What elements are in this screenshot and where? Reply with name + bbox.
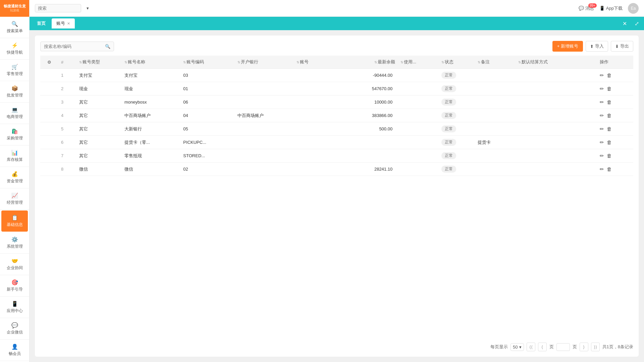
sidebar-item-system[interactable]: ⚙️ 系统管理: [0, 232, 29, 254]
tab-close-all-button[interactable]: ✕: [620, 19, 629, 28]
row-op-2: ✏ 🗑: [597, 96, 633, 109]
account-search-box[interactable]: 🔍: [40, 42, 114, 51]
col-code-header[interactable]: ⇅账号编码: [180, 56, 235, 69]
edit-button-6[interactable]: ✏: [600, 153, 604, 159]
sidebar-item-search-menu[interactable]: 🔍 搜索菜单: [0, 17, 29, 38]
topbar-search-input[interactable]: [38, 6, 78, 11]
tab-close-icon[interactable]: ✕: [67, 21, 70, 26]
col-balance-header[interactable]: ⇅最新余额: [343, 56, 398, 69]
edit-button-1[interactable]: ✏: [600, 86, 604, 92]
col-account-header[interactable]: ⇅账号: [294, 56, 343, 69]
delete-button-7[interactable]: 🗑: [607, 166, 612, 172]
page-of-label: 页: [573, 344, 577, 350]
row-settings-4: [40, 122, 58, 136]
sidebar-item-new-guide[interactable]: 🎯 新手引导: [0, 275, 29, 297]
row-remark-5: 提货卡: [475, 136, 516, 149]
table-row: 4 其它 中百商场账户 04 中百商场账户 383866.00 正常 ✏ 🗑: [40, 109, 633, 122]
sidebar-item-quick-nav[interactable]: ⚡ 快捷导航: [0, 38, 29, 60]
col-remark-header[interactable]: ⇅备注: [475, 56, 516, 69]
row-remark-4: [475, 122, 516, 136]
edit-button-4[interactable]: ✏: [600, 126, 604, 132]
avatar-initials: Ea: [631, 6, 636, 11]
tab-maximize-button[interactable]: ⤢: [632, 19, 641, 28]
sidebar-item-finance[interactable]: 💰 资金管理: [0, 167, 29, 188]
sidebar-item-basic-info[interactable]: 📋 基础信息: [1, 210, 28, 232]
sidebar-item-member[interactable]: 👤 畅会员: [0, 340, 29, 361]
row-op-7: ✏ 🗑: [597, 163, 633, 176]
col-name-header[interactable]: ⇅账号名称: [122, 56, 180, 69]
col-status-header[interactable]: ⇅状态: [439, 56, 475, 69]
col-bank-header[interactable]: ⇅开户银行: [235, 56, 293, 69]
tab-home[interactable]: 首页: [32, 18, 50, 28]
row-remark-7: [475, 163, 516, 176]
edit-button-3[interactable]: ✏: [600, 113, 604, 119]
delete-button-2[interactable]: 🗑: [607, 99, 612, 105]
topbar-dropdown[interactable]: ▾: [87, 6, 89, 11]
row-bank-4: [235, 122, 293, 136]
sidebar-item-enterprise-agreement[interactable]: 🤝 企业协同: [0, 254, 29, 275]
sidebar-item-operations[interactable]: 📈 经营管理: [0, 188, 29, 210]
delete-button-4[interactable]: 🗑: [607, 126, 612, 132]
row-op-1: ✏ 🗑: [597, 82, 633, 96]
table-row: 3 其它 moneybosx 06 10000.00 正常 ✏ 🗑: [40, 96, 633, 109]
col-type-header[interactable]: ⇅账号类型: [76, 56, 122, 69]
edit-button-0[interactable]: ✏: [600, 72, 604, 78]
row-settle-0: [516, 69, 597, 82]
delete-button-5[interactable]: 🗑: [607, 139, 612, 145]
tab-home-label: 首页: [37, 20, 46, 26]
import-button[interactable]: ⬆ 导入: [586, 41, 608, 52]
sort-arrows-name: ⇅: [124, 60, 127, 64]
download-icon: 📱: [599, 6, 605, 11]
avatar[interactable]: Ea: [628, 3, 639, 14]
row-type-7: 微信: [76, 163, 122, 176]
toolbar: 🔍 + 新增账号 ⬆ 导入 ⬇ 导出: [40, 41, 633, 52]
logo-text: 畅捷通财生意: [4, 4, 26, 8]
tab-account[interactable]: 账号 ✕: [52, 18, 75, 28]
delete-button-0[interactable]: 🗑: [607, 72, 612, 78]
edit-button-7[interactable]: ✏: [600, 166, 604, 172]
col-settings[interactable]: ⚙: [40, 56, 58, 69]
row-status-4: 正常: [439, 122, 475, 136]
row-status-3: 正常: [439, 109, 475, 122]
sidebar-item-enterprise-wechat[interactable]: 💬 企业微信: [0, 318, 29, 340]
search-icon[interactable]: 🔍: [105, 44, 110, 49]
edit-button-5[interactable]: ✏: [600, 139, 604, 145]
sidebar: 畅捷通财生意 玩游戏 🔍 搜索菜单 ⚡ 快捷导航 🛒 零售管理 📦 批发管理 💻…: [0, 0, 30, 362]
delete-button-6[interactable]: 🗑: [607, 153, 612, 159]
delete-button-3[interactable]: 🗑: [607, 113, 612, 118]
col-use-header[interactable]: ⇅使用...: [398, 56, 438, 69]
row-account-2: [294, 96, 343, 109]
edit-button-2[interactable]: ✏: [600, 99, 604, 105]
row-settings-6: [40, 149, 58, 163]
account-search-input[interactable]: [44, 44, 105, 49]
row-remark-0: [475, 69, 516, 82]
messages-button[interactable]: 💬 消息 99+: [579, 5, 594, 11]
page-next-button[interactable]: ⟩: [580, 343, 588, 351]
sidebar-item-app-center[interactable]: 📱 应用中心: [0, 297, 29, 318]
chevron-down-icon: ▾: [87, 6, 89, 11]
delete-button-1[interactable]: 🗑: [607, 86, 612, 92]
sidebar-item-inventory[interactable]: 📊 库存核算: [0, 145, 29, 167]
sidebar-item-purchase[interactable]: 🛍️ 采购管理: [0, 124, 29, 145]
page-number-input[interactable]: 1: [556, 343, 570, 351]
row-settings-0: [40, 69, 58, 82]
row-type-5: 其它: [76, 136, 122, 149]
page-first-button[interactable]: ⟨⟨: [527, 343, 535, 351]
app-download-button[interactable]: 📱 App下载: [599, 5, 623, 11]
row-num-7: 8: [58, 163, 76, 176]
page-last-button[interactable]: ⟩⟩: [591, 343, 600, 351]
sidebar-item-ecommerce[interactable]: 💻 电商管理: [0, 103, 29, 124]
topbar-right: 💬 消息 99+ 📱 App下载 Ea: [579, 3, 639, 14]
sidebar-item-wholesale[interactable]: 📦 批发管理: [0, 81, 29, 103]
row-status-6: 正常: [439, 149, 475, 163]
export-button[interactable]: ⬇ 导出: [611, 41, 633, 52]
row-op-0: ✏ 🗑: [597, 69, 633, 82]
topbar-search-box[interactable]: [35, 4, 81, 12]
row-account-7: [294, 163, 343, 176]
page-prev-button[interactable]: ⟨: [538, 343, 547, 351]
basic-info-icon: 📋: [3, 215, 26, 221]
page-size-select[interactable]: 50 ▾: [511, 343, 524, 351]
new-account-button[interactable]: + 新增账号: [552, 41, 583, 52]
col-settle-header[interactable]: ⇅默认结算方式: [516, 56, 597, 69]
sidebar-item-retail[interactable]: 🛒 零售管理: [0, 60, 29, 81]
